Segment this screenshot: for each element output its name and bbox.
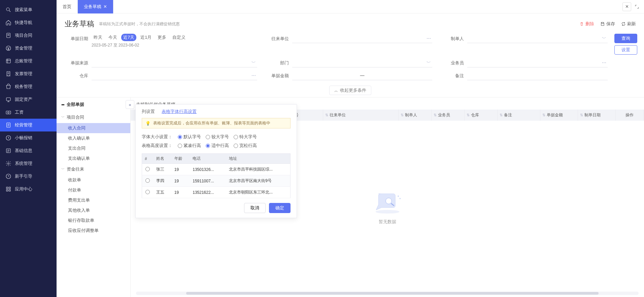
tree-leaf[interactable]: 收入确认单	[57, 133, 130, 143]
nav-item-gear[interactable]: 系统管理	[0, 157, 57, 170]
sample-row-radio[interactable]	[145, 167, 150, 171]
confirm-button[interactable]: 确定	[269, 203, 291, 213]
tree-group[interactable]: ﹀项目合同	[57, 112, 130, 123]
sample-header: 姓名	[154, 154, 172, 164]
window-close-button[interactable]: ✕	[622, 2, 631, 11]
column-header[interactable]: ⇅制单人	[399, 110, 432, 121]
sample-name: 王五	[154, 187, 172, 198]
tab-home[interactable]: 首页	[57, 0, 78, 13]
nav-item-invoice[interactable]: 发票管理	[0, 67, 57, 80]
date-option[interactable]: 近7天	[121, 34, 136, 41]
date-option[interactable]: 近1月	[138, 34, 154, 41]
column-header[interactable]: ⇅往来单位	[323, 110, 399, 121]
sample-row-radio[interactable]	[145, 190, 150, 194]
nav-item-info[interactable]: 基础信息	[0, 144, 57, 157]
nav-item-label: 小畅报销	[15, 135, 32, 141]
modal-tip: 💡 表格设置完成后，会应用在所有单据、账簿、报表等页面的表格中	[142, 118, 291, 128]
save-button[interactable]: 保存	[600, 21, 615, 27]
filter-partner-label: 往来单位	[264, 34, 292, 42]
row-opt-loose[interactable]: 宽松行高	[234, 143, 257, 149]
tab-business-draft[interactable]: 业务草稿 ✕	[78, 0, 113, 13]
sample-name: 张三	[154, 164, 172, 175]
column-header[interactable]: ⇅备注	[498, 110, 540, 121]
nav-item-expense[interactable]: 小畅报销	[0, 131, 57, 144]
tree-leaf[interactable]: 支出合同	[57, 143, 130, 153]
column-header[interactable]: ⇅仓库	[465, 110, 498, 121]
tax-icon	[5, 84, 11, 90]
nav-item-ledger[interactable]: 总账管理	[0, 55, 57, 67]
maker-select[interactable]: ﹀	[467, 34, 608, 43]
source-select[interactable]: ﹀	[92, 58, 257, 67]
collapse-filters-button[interactable]: ︽ 收起更多条件	[329, 86, 371, 95]
font-size-label: 字体大小设置：	[142, 134, 172, 140]
chevron-down-icon: ﹀	[61, 167, 65, 172]
tab-close-icon[interactable]: ✕	[103, 4, 107, 9]
nav-item-label: 工资	[15, 109, 24, 115]
row-opt-compact[interactable]: 紧凑行高	[178, 143, 201, 149]
tree-leaf[interactable]: 费用支出单	[57, 195, 130, 205]
tree-leaf[interactable]: 其他收入单	[57, 205, 130, 215]
fullscreen-button[interactable]	[633, 2, 641, 11]
modal-tab-columns[interactable]: 列设置	[142, 109, 155, 115]
nav-item-search[interactable]: 搜索菜单	[0, 3, 57, 16]
tree-leaf[interactable]: 付款单	[57, 185, 130, 195]
amount-input[interactable]: —	[292, 71, 433, 80]
font-opt-xlarge[interactable]: 特大字号	[234, 134, 257, 140]
column-header[interactable]: 操作	[616, 110, 644, 121]
column-header[interactable]: ⇅单据金额	[540, 110, 578, 121]
sort-icon: ⇅	[500, 113, 503, 117]
remark-input[interactable]	[467, 71, 608, 80]
query-button[interactable]: 查询	[614, 34, 637, 43]
tree-leaf[interactable]: 银行存取款单	[57, 215, 130, 226]
delete-button[interactable]: 删除	[579, 21, 594, 27]
nav-item-apps[interactable]: 应用中心	[0, 183, 57, 196]
nav-item-salary[interactable]: 工资	[0, 106, 57, 119]
date-option[interactable]: 自定义	[170, 34, 188, 41]
dept-select[interactable]: ﹀	[292, 58, 433, 67]
tree-leaf[interactable]: 应收应付调整单	[57, 226, 130, 236]
nav-item-doc[interactable]: 项目合同	[0, 29, 57, 42]
column-header[interactable]: ⇅制单日期	[578, 110, 616, 121]
partner-input[interactable]: ⋯	[292, 34, 433, 43]
sample-row-radio[interactable]	[145, 178, 150, 183]
nav-item-money[interactable]: 资金管理	[0, 42, 57, 55]
page-title: 业务草稿	[65, 19, 94, 29]
tree-leaf[interactable]: 收款单	[57, 175, 130, 185]
nav-item-biz[interactable]: 经营管理	[0, 119, 57, 131]
bulb-icon: 💡	[145, 121, 150, 126]
warehouse-input[interactable]: ⋯	[92, 71, 257, 80]
date-option[interactable]: 今天	[106, 34, 119, 41]
cancel-button[interactable]: 取消	[244, 203, 266, 213]
svg-point-26	[6, 174, 11, 179]
money-icon	[5, 45, 11, 51]
nav-item-guide[interactable]: 新手引导	[0, 170, 57, 183]
font-size-options: 字体大小设置： 默认字号 较大字号 特大字号	[136, 132, 297, 141]
sample-age: 19	[172, 164, 190, 175]
refresh-button[interactable]: 刷新	[621, 21, 636, 27]
row-opt-medium[interactable]: 适中行高	[206, 143, 229, 149]
tree-leaf[interactable]: 支出确认单	[57, 153, 130, 164]
nav-item-home[interactable]: 快捷导航	[0, 16, 57, 29]
modal-tab-font-row[interactable]: 表格字体行高设置	[162, 109, 197, 115]
sample-addr: 北京市昌平科技园区综...	[226, 164, 290, 175]
tab-label: 首页	[63, 4, 71, 10]
tree-leaf[interactable]: 收入合同	[57, 123, 130, 133]
horizontal-scrollbar[interactable]	[136, 292, 639, 295]
nav-item-asset[interactable]: 固定资产	[0, 93, 57, 106]
tree-group[interactable]: ﹀资金往来	[57, 164, 130, 175]
expense-icon	[5, 135, 11, 141]
salesman-input[interactable]: ⋯	[467, 58, 608, 67]
scrollbar-thumb[interactable]	[186, 292, 598, 295]
nav-item-tax[interactable]: 税务管理	[0, 80, 57, 93]
svg-point-32	[385, 198, 392, 204]
settings-button[interactable]: 设置	[614, 45, 637, 55]
date-option[interactable]: 更多	[156, 34, 168, 41]
font-opt-large[interactable]: 较大字号	[206, 134, 229, 140]
date-option[interactable]: 昨天	[92, 34, 104, 41]
nav-item-label: 发票管理	[15, 71, 32, 77]
modal-tip-text: 表格设置完成后，会应用在所有单据、账簿、报表等页面的表格中	[153, 120, 270, 126]
column-header[interactable]: ⇅业务员	[432, 110, 465, 121]
font-opt-default[interactable]: 默认字号	[178, 134, 201, 140]
chevron-down-icon: ﹀	[427, 60, 431, 66]
doc-icon	[5, 32, 11, 38]
